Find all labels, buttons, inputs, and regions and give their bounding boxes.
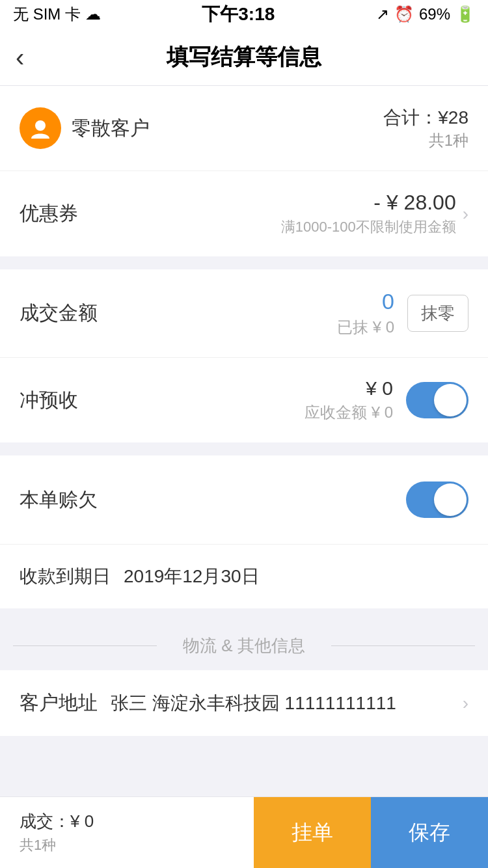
deal-amount-row: 成交金额 0 已抹 ¥ 0 抹零 bbox=[0, 269, 488, 357]
battery-icon: 🔋 bbox=[455, 5, 475, 23]
round-zero-button[interactable]: 抹零 bbox=[407, 295, 468, 332]
deal-amount-sub: 已抹 ¥ 0 bbox=[337, 317, 394, 338]
coupon-right: - ¥ 28.00 满1000-100不限制使用金额 › bbox=[281, 191, 468, 237]
customer-total: 合计：¥28 共1种 bbox=[383, 105, 468, 151]
signal-text: 无 SIM 卡 ☁ bbox=[13, 4, 101, 25]
page-title: 填写结算等信息 bbox=[167, 42, 321, 72]
deal-amount-label: 成交金额 bbox=[20, 300, 98, 327]
toggle-knob bbox=[434, 384, 467, 416]
prepayment-toggle[interactable] bbox=[406, 382, 468, 418]
battery-text: 69% bbox=[419, 5, 450, 23]
status-right: ↗ ⏰ 69% 🔋 bbox=[376, 5, 475, 23]
total-count: 共1种 bbox=[383, 130, 468, 151]
deal-amount-value: 0 bbox=[337, 289, 394, 314]
deal-amount-value-block: 0 已抹 ¥ 0 bbox=[337, 289, 394, 338]
customer-left: 零散客户 bbox=[20, 107, 150, 149]
svg-point-0 bbox=[35, 120, 46, 131]
bottom-deal-value: ¥ 0 bbox=[70, 811, 94, 831]
back-button[interactable]: ‹ bbox=[16, 44, 24, 70]
page-content: 零散客户 合计：¥28 共1种 优惠券 - ¥ 28.00 满1000-100不… bbox=[0, 86, 488, 827]
alarm-icon: ⏰ bbox=[394, 5, 414, 23]
deal-amount-right: 0 已抹 ¥ 0 抹零 bbox=[337, 289, 468, 338]
prepayment-row: 冲预收 ¥ 0 应收金额 ¥ 0 bbox=[0, 357, 488, 442]
bottom-deal-amount: 成交：¥ 0 bbox=[20, 810, 234, 833]
customer-row: 零散客户 合计：¥28 共1种 bbox=[0, 86, 488, 170]
total-amount: 合计：¥28 bbox=[383, 105, 468, 130]
address-section: 客户地址 张三 海淀永丰科技园 11111111111 › bbox=[0, 670, 488, 736]
address-value: 张三 海淀永丰科技园 11111111111 bbox=[111, 691, 463, 716]
address-label: 客户地址 bbox=[20, 690, 98, 716]
location-icon: ↗ bbox=[376, 5, 389, 23]
prepayment-label: 冲预收 bbox=[20, 387, 78, 414]
prepayment-value-block: ¥ 0 应收金额 ¥ 0 bbox=[305, 377, 393, 423]
debt-label: 本单赊欠 bbox=[20, 487, 98, 513]
status-bar: 无 SIM 卡 ☁ 下午3:18 ↗ ⏰ 69% 🔋 bbox=[0, 0, 488, 29]
coupon-amount: - ¥ 28.00 bbox=[281, 191, 456, 215]
coupon-value-block: - ¥ 28.00 满1000-100不限制使用金额 bbox=[281, 191, 456, 237]
coupon-desc: 满1000-100不限制使用金额 bbox=[281, 217, 456, 237]
bottom-count: 共1种 bbox=[20, 835, 234, 855]
hold-button[interactable]: 挂单 bbox=[254, 797, 371, 869]
due-date-label: 收款到期日 bbox=[20, 564, 111, 589]
prepayment-right: ¥ 0 应收金额 ¥ 0 bbox=[305, 377, 468, 423]
nav-bar: ‹ 填写结算等信息 bbox=[0, 29, 488, 86]
coupon-row[interactable]: 优惠券 - ¥ 28.00 满1000-100不限制使用金额 › bbox=[0, 170, 488, 256]
sep-line-right bbox=[331, 645, 475, 646]
deal-section: 成交金额 0 已抹 ¥ 0 抹零 冲预收 ¥ 0 应收金额 ¥ 0 bbox=[0, 269, 488, 442]
address-row[interactable]: 客户地址 张三 海淀永丰科技园 11111111111 › bbox=[0, 670, 488, 736]
avatar bbox=[20, 107, 61, 149]
save-button[interactable]: 保存 bbox=[371, 797, 488, 869]
due-date-row[interactable]: 收款到期日 2019年12月30日 bbox=[0, 544, 488, 608]
debt-toggle-knob bbox=[434, 483, 467, 516]
coupon-chevron-icon: › bbox=[463, 204, 468, 224]
debt-row: 本单赊欠 bbox=[0, 455, 488, 544]
logistics-separator: 物流 & 其他信息 bbox=[0, 621, 488, 670]
debt-section: 本单赊欠 收款到期日 2019年12月30日 bbox=[0, 455, 488, 608]
coupon-label: 优惠券 bbox=[20, 200, 78, 227]
customer-name: 零散客户 bbox=[72, 115, 150, 142]
debt-toggle[interactable] bbox=[406, 481, 468, 518]
prepayment-value: ¥ 0 bbox=[305, 377, 393, 400]
due-date-value: 2019年12月30日 bbox=[124, 564, 260, 589]
bottom-summary: 成交：¥ 0 共1种 bbox=[0, 810, 254, 855]
status-left: 无 SIM 卡 ☁ bbox=[13, 4, 101, 25]
customer-section: 零散客户 合计：¥28 共1种 优惠券 - ¥ 28.00 满1000-100不… bbox=[0, 86, 488, 256]
address-chevron-icon: › bbox=[463, 693, 468, 714]
bottom-deal-label: 成交： bbox=[20, 811, 70, 831]
logistics-label: 物流 & 其他信息 bbox=[183, 634, 305, 657]
status-time: 下午3:18 bbox=[202, 2, 275, 27]
sep-line-left bbox=[13, 645, 157, 646]
prepayment-sub: 应收金额 ¥ 0 bbox=[305, 402, 393, 423]
bottom-bar: 成交：¥ 0 共1种 挂单 保存 bbox=[0, 796, 488, 868]
